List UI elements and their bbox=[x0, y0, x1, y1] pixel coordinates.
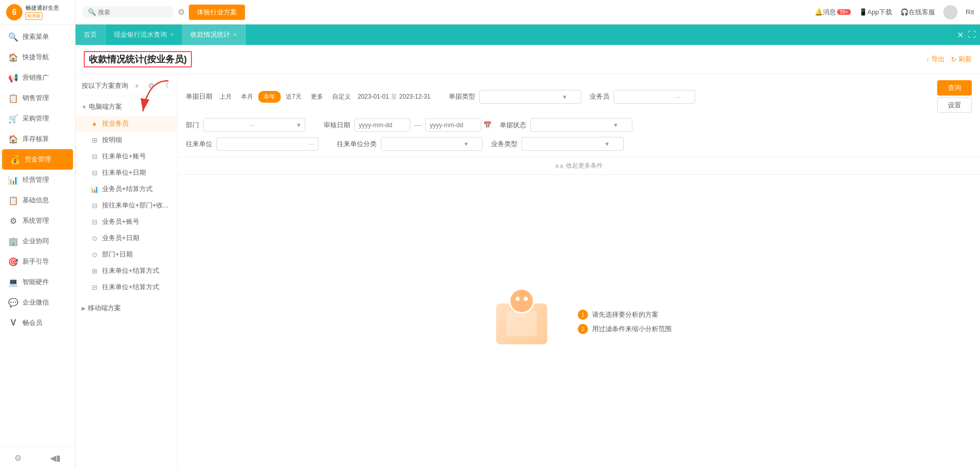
scheme-dept-date[interactable]: ⊙ 部门+日期 bbox=[76, 246, 177, 263]
filter-area: 单据日期 上月 本月 本年 近7天 更多 自定义 2023-01-01 至 bbox=[178, 74, 980, 157]
sidebar-item-quicknav[interactable]: 🏠 快捷导航 bbox=[0, 47, 75, 67]
sidebar-item-finance[interactable]: 💰 资金管理 bbox=[2, 149, 73, 170]
sidebar-item-search[interactable]: 🔍 搜索菜单 bbox=[0, 27, 75, 47]
messages-btn[interactable]: 🔔 消息 99+ bbox=[815, 8, 851, 17]
filter-audit-date-group: 审核日期 — 📅 bbox=[324, 119, 492, 132]
settings-bottom-btn[interactable]: ⚙ bbox=[10, 451, 26, 465]
tab-home[interactable]: 首页 bbox=[76, 25, 106, 45]
left-panel-header: 按以下方案查询 + ⚙ 《 bbox=[76, 74, 177, 96]
sidebar-item-basic-info[interactable]: 📋 基础信息 bbox=[0, 190, 75, 210]
date-tab-more[interactable]: 更多 bbox=[307, 91, 327, 102]
search-menu-icon: 🔍 bbox=[8, 32, 18, 42]
sidebar-item-inventory[interactable]: 🏠 库存核算 bbox=[0, 129, 75, 149]
doc-type-select[interactable]: ▾ bbox=[479, 90, 581, 104]
close-bank-flow-icon[interactable]: × bbox=[170, 31, 174, 38]
app-download-label: App下载 bbox=[867, 8, 892, 17]
scheme-salesperson-date[interactable]: ⊙ 业务员+日期 bbox=[76, 230, 177, 246]
scheme-salesperson-settlement[interactable]: 📊 业务员+结算方式 bbox=[76, 181, 177, 197]
search-box[interactable]: 🔍 bbox=[82, 6, 174, 18]
sidebar-item-purchase[interactable]: 🛒 采购管理 bbox=[0, 108, 75, 129]
scheme-counterparty-date[interactable]: ⊟ 往来单位+日期 bbox=[76, 165, 177, 181]
sidebar-bottom: ⚙ ◀▮ bbox=[0, 447, 75, 469]
sidebar-item-hardware[interactable]: 💻 智能硬件 bbox=[0, 272, 75, 292]
counterparty-label: 往来单位 bbox=[186, 139, 212, 149]
sidebar-item-membership[interactable]: V 畅会员 bbox=[0, 313, 75, 333]
scheme-counterparty-account[interactable]: ⊟ 往来单位+账号 bbox=[76, 148, 177, 165]
app-download-btn[interactable]: 📱 App下载 bbox=[859, 8, 892, 17]
marketing-icon: 📢 bbox=[8, 73, 18, 83]
doc-type-label: 单据类型 bbox=[449, 92, 475, 101]
date-tab-this-year[interactable]: 本年 bbox=[258, 91, 281, 103]
scheme-cdr-icon: ⊟ bbox=[90, 201, 99, 210]
date-tab-custom[interactable]: 自定义 bbox=[328, 91, 355, 102]
refresh-btn[interactable]: ↻ 刷新 bbox=[951, 55, 972, 64]
scheme-counterparty-dept-recv[interactable]: ⊟ 按往来单位+部门+收... bbox=[76, 197, 177, 214]
scheme-by-detail[interactable]: ⊞ 按明细 bbox=[76, 132, 177, 148]
scheme-counterparty-settlement2[interactable]: ⊟ 往来单位+结算方式 bbox=[76, 279, 177, 295]
counterparty-select[interactable]: ··· bbox=[216, 137, 318, 151]
user-avatar[interactable] bbox=[943, 5, 958, 19]
filter-dept-group: 部门 ··· ▾ bbox=[186, 118, 305, 132]
sales-icon: 📋 bbox=[8, 93, 18, 103]
tip-item-1: 1 请先选择要分析的方案 bbox=[578, 310, 672, 320]
sidebar-item-system[interactable]: ⚙ 系统管理 bbox=[0, 210, 75, 231]
sidebar-item-guide[interactable]: 🎯 新手引导 bbox=[0, 251, 75, 272]
dept-arrow: ▾ bbox=[297, 121, 301, 129]
collapse-sidebar-btn[interactable]: ◀▮ bbox=[46, 451, 65, 465]
username-label[interactable]: Rit bbox=[966, 8, 974, 16]
scheme-settings-btn[interactable]: ⚙ bbox=[145, 80, 157, 91]
biz-type-select[interactable]: ▾ bbox=[522, 137, 624, 151]
mobile-scheme-group[interactable]: ▶ 移动端方案 bbox=[76, 299, 177, 317]
sidebar-item-management[interactable]: 📊 经营管理 bbox=[0, 170, 75, 190]
date-tab-last-month[interactable]: 上月 bbox=[215, 91, 236, 102]
phone-icon: 📱 bbox=[859, 8, 867, 16]
tab-bank-flow[interactable]: 现金银行流水查询 × bbox=[106, 25, 182, 45]
tab-collection-stats[interactable]: 收款情况统计 × bbox=[182, 25, 246, 45]
audit-date-to-input[interactable] bbox=[425, 119, 481, 132]
desktop-scheme-group[interactable]: ▼ 电脑端方案 bbox=[76, 98, 177, 115]
online-service-btn[interactable]: 🎧 在线客服 bbox=[900, 8, 935, 17]
logo-area: 6 畅捷通好生意 标准版 bbox=[0, 0, 75, 25]
salesperson-select[interactable]: ··· bbox=[614, 90, 695, 104]
sidebar-item-marketing[interactable]: 📢 营销推广 bbox=[0, 67, 75, 88]
date-tab-this-month[interactable]: 本月 bbox=[237, 91, 257, 102]
scheme-counterparty-settlement2-label: 往来单位+结算方式 bbox=[102, 283, 159, 292]
dept-select[interactable]: ··· ▾ bbox=[203, 118, 305, 132]
scheme-cd-icon: ⊟ bbox=[90, 168, 99, 177]
date-tab-7days[interactable]: 近7天 bbox=[282, 91, 306, 102]
add-scheme-btn[interactable]: + bbox=[131, 80, 142, 91]
tab-bar-right: ✕ ⛶ bbox=[957, 30, 980, 40]
settings-gear-icon[interactable]: ⚙ bbox=[178, 7, 185, 17]
calendar-icon[interactable]: 📅 bbox=[483, 121, 492, 129]
sidebar-item-enterprise[interactable]: 🏢 企业协同 bbox=[0, 231, 75, 251]
collapse-up-icon: ∧∧ bbox=[555, 162, 564, 170]
refresh-label: 刷新 bbox=[959, 55, 972, 64]
collapse-filter-bar[interactable]: ∧∧ 收起更多条件 bbox=[178, 157, 980, 175]
scheme-counterparty-settlement1[interactable]: ⊞ 往来单位+结算方式 bbox=[76, 263, 177, 279]
biz-type-arrow: ▾ bbox=[605, 140, 609, 148]
audit-date-from-input[interactable] bbox=[354, 119, 410, 132]
counterparty-category-select[interactable]: ▾ bbox=[381, 137, 483, 151]
doc-status-select[interactable]: ▾ bbox=[530, 118, 632, 132]
sidebar-item-management-label: 经营管理 bbox=[22, 175, 49, 184]
app-name: 畅捷通好生意 bbox=[26, 4, 59, 11]
sidebar-item-wechat[interactable]: 💬 企业微信 bbox=[0, 292, 75, 313]
sidebar-item-sales[interactable]: 📋 销售管理 bbox=[0, 88, 75, 108]
trial-btn[interactable]: 体验行业方案 bbox=[189, 5, 245, 20]
query-btn[interactable]: 查询 bbox=[937, 80, 972, 96]
scheme-dd-icon: ⊙ bbox=[90, 250, 99, 259]
scheme-salesperson-account[interactable]: ⊟ 业务员+账号 bbox=[76, 214, 177, 230]
search-input[interactable] bbox=[98, 9, 169, 16]
scheme-by-salesperson[interactable]: ● 按业务员 bbox=[76, 115, 177, 132]
collapse-panel-btn[interactable]: 《 bbox=[160, 80, 171, 91]
messages-label: 消息 bbox=[823, 8, 836, 17]
settings-config-btn[interactable]: 设置 bbox=[937, 98, 972, 113]
service-label: 在线客服 bbox=[909, 8, 935, 17]
scheme-salesperson-settlement-label: 业务员+结算方式 bbox=[102, 184, 153, 194]
close-collection-stats-icon[interactable]: × bbox=[233, 31, 237, 38]
doc-status-label: 单据状态 bbox=[500, 121, 526, 130]
maximize-btn[interactable]: ⛶ bbox=[968, 30, 976, 39]
tab-bar: 首页 现金银行流水查询 × 收款情况统计 × ✕ ⛶ bbox=[76, 25, 980, 45]
export-btn[interactable]: ↑ 导出 bbox=[926, 55, 945, 64]
close-all-tabs-btn[interactable]: ✕ bbox=[957, 30, 964, 40]
